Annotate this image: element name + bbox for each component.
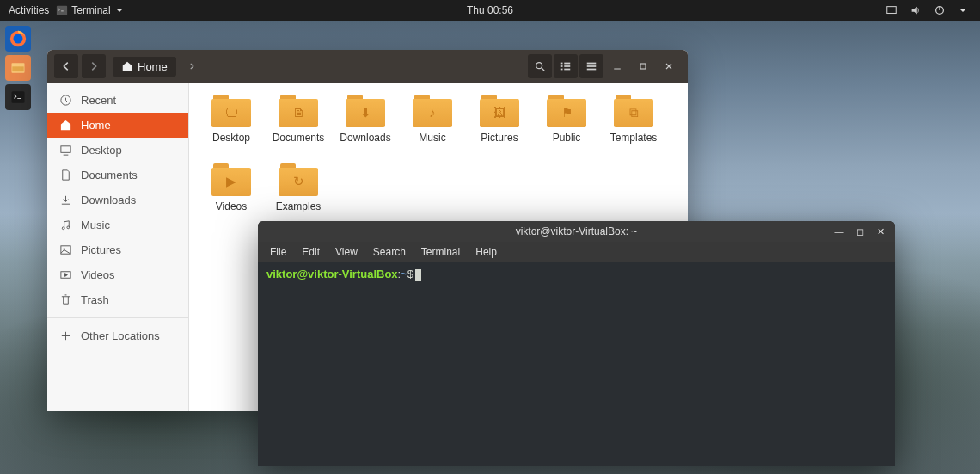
svg-point-26 <box>67 226 70 229</box>
videos-icon <box>59 268 72 281</box>
terminal-content[interactable]: viktor@viktor-VirtualBox:~$ <box>258 262 895 466</box>
public-glyph-icon: ⚑ <box>561 105 573 120</box>
maximize-button[interactable] <box>631 54 655 78</box>
power-icon[interactable] <box>934 4 946 16</box>
sidebar-item-desktop[interactable]: Desktop <box>47 138 188 163</box>
terminal-titlebar[interactable]: viktor@viktor-VirtualBox: ~ — ◻ ✕ <box>258 221 895 242</box>
volume-icon[interactable] <box>910 4 922 16</box>
folder-label: Pictures <box>481 132 518 144</box>
terminal-cursor <box>415 269 421 281</box>
svg-rect-8 <box>12 91 25 103</box>
folder-label: Downloads <box>340 132 390 144</box>
svg-rect-0 <box>57 6 67 15</box>
menu-terminal[interactable]: Terminal <box>421 246 460 258</box>
music-icon <box>59 219 72 231</box>
folder-downloads[interactable]: ⬇Downloads <box>332 95 399 163</box>
download-icon <box>59 194 72 206</box>
svg-rect-23 <box>61 146 70 153</box>
prompt-userhost: viktor@viktor-VirtualBox <box>266 268 398 280</box>
chevron-left-icon <box>60 60 72 72</box>
system-menu-chevron-icon[interactable] <box>959 9 966 12</box>
svg-point-5 <box>14 34 23 44</box>
terminal-maximize-button[interactable]: ◻ <box>854 225 866 237</box>
sidebar-item-pictures[interactable]: Pictures <box>47 237 188 262</box>
sidebar-item-trash[interactable]: Trash <box>47 287 188 312</box>
minimize-button[interactable] <box>605 54 629 78</box>
sidebar-separator <box>47 317 188 318</box>
sidebar-item-recent[interactable]: Recent <box>47 88 188 113</box>
back-button[interactable] <box>54 54 78 78</box>
folder-label: Documents <box>273 132 325 144</box>
folder-templates[interactable]: ⧉Templates <box>600 95 667 163</box>
sidebar-item-label: Recent <box>81 94 116 107</box>
path-next-chevron[interactable] <box>180 54 204 78</box>
sidebar-item-other-locations[interactable]: Other Locations <box>47 323 188 348</box>
desktop-icon <box>59 144 72 157</box>
templates-glyph-icon: ⧉ <box>629 105 639 120</box>
search-button[interactable] <box>528 54 552 78</box>
videos-glyph-icon: ▶ <box>226 174 236 189</box>
forward-button[interactable] <box>82 54 106 78</box>
pictures-icon <box>59 243 72 256</box>
sidebar-item-videos[interactable]: Videos <box>47 262 188 287</box>
launcher-firefox[interactable] <box>5 26 31 52</box>
files-sidebar: Recent Home Desktop Documents Downloads … <box>47 83 189 411</box>
folder-videos[interactable]: ▶Videos <box>198 163 265 232</box>
document-glyph-icon: 🗎 <box>292 105 305 120</box>
files-icon <box>9 59 27 77</box>
folder-public[interactable]: ⚑Public <box>533 95 600 163</box>
path-label: Home <box>138 60 168 73</box>
svg-rect-12 <box>564 63 570 65</box>
svg-point-25 <box>62 227 64 230</box>
folder-label: Videos <box>216 200 247 212</box>
sidebar-item-downloads[interactable]: Downloads <box>47 188 188 212</box>
view-list-button[interactable] <box>554 54 578 78</box>
home-icon <box>121 60 133 72</box>
path-home[interactable]: Home <box>113 57 176 77</box>
menu-view[interactable]: View <box>335 246 358 258</box>
activities-button[interactable]: Activities <box>9 4 49 16</box>
firefox-icon <box>9 29 28 48</box>
folder-music[interactable]: ♪Music <box>399 95 466 163</box>
launcher-files[interactable] <box>5 55 31 81</box>
clock[interactable]: Thu 00:56 <box>467 4 513 16</box>
app-menu[interactable]: Terminal <box>56 4 122 16</box>
close-button[interactable] <box>657 54 681 78</box>
plus-icon <box>59 329 72 342</box>
svg-rect-16 <box>564 69 570 71</box>
svg-rect-18 <box>587 65 597 67</box>
sidebar-item-documents[interactable]: Documents <box>47 163 188 188</box>
menu-file[interactable]: File <box>270 246 286 258</box>
folder-label: Desktop <box>212 132 250 144</box>
files-headerbar: Home <box>47 50 688 83</box>
terminal-minimize-button[interactable]: — <box>833 225 845 237</box>
prompt-path: ~ <box>401 268 407 280</box>
chevron-down-icon <box>116 9 123 12</box>
menu-search[interactable]: Search <box>373 246 406 258</box>
sidebar-item-label: Documents <box>81 169 138 182</box>
examples-glyph-icon: ↻ <box>293 174 304 189</box>
terminal-window: viktor@viktor-VirtualBox: ~ — ◻ ✕ File E… <box>258 221 895 466</box>
terminal-title-text: viktor@viktor-VirtualBox: ~ <box>516 225 638 237</box>
terminal-icon <box>56 4 68 16</box>
music-glyph-icon: ♪ <box>429 105 436 120</box>
folder-label: Music <box>419 132 445 144</box>
folder-label: Templates <box>610 132 658 144</box>
hamburger-button[interactable] <box>579 54 603 78</box>
menu-help[interactable]: Help <box>475 246 497 258</box>
launcher-terminal[interactable] <box>5 84 31 110</box>
folder-desktop[interactable]: 🖵Desktop <box>198 95 265 163</box>
svg-rect-14 <box>564 65 570 67</box>
sidebar-item-label: Home <box>81 119 111 132</box>
screen-icon[interactable] <box>885 4 897 16</box>
desktop-glyph-icon: 🖵 <box>225 105 238 120</box>
sidebar-item-home[interactable]: Home <box>47 113 188 138</box>
terminal-close-button[interactable]: ✕ <box>874 225 886 237</box>
clock-icon <box>59 94 72 107</box>
sidebar-item-label: Downloads <box>81 194 136 206</box>
menu-edit[interactable]: Edit <box>302 246 320 258</box>
folder-pictures[interactable]: 🖼Pictures <box>466 95 533 163</box>
svg-rect-1 <box>887 7 897 14</box>
folder-documents[interactable]: 🗎Documents <box>265 95 332 163</box>
sidebar-item-music[interactable]: Music <box>47 212 188 237</box>
